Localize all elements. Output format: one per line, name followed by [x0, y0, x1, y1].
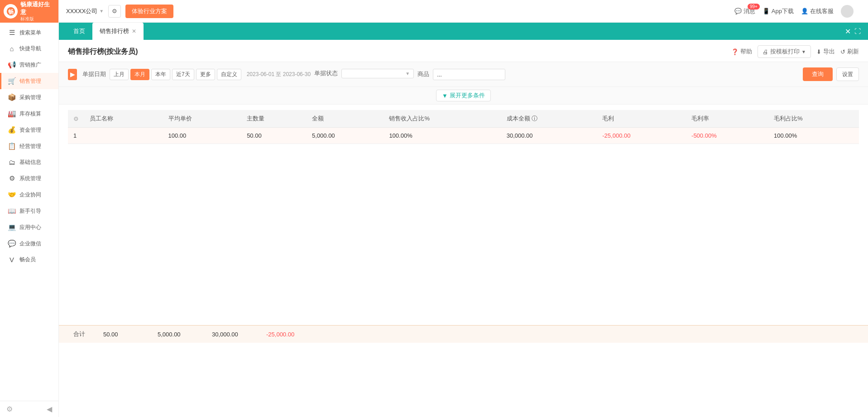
expand-label: 展开更多条件	[450, 91, 485, 100]
sidebar-icon: V	[8, 256, 16, 264]
sidebar-item-搜索菜单[interactable]: ☰搜索菜单	[0, 24, 58, 41]
tab-sales-ranking[interactable]: 销售排行榜 ✕	[92, 23, 144, 40]
footer-cost: 30,000.00	[212, 331, 248, 338]
gear-icon: ⚙	[112, 8, 117, 14]
date-btn-custom[interactable]: 自定义	[217, 69, 241, 80]
tab-bar: 首页 销售排行榜 ✕ ✕ ⛶	[59, 23, 868, 40]
table-row[interactable]: 1 100.00 50.00 5,000.00 100.00% 30,000.0…	[68, 128, 859, 144]
footer-qty: 50.00	[103, 331, 139, 338]
cell-qty: 50.00	[241, 128, 307, 144]
print-dropdown-icon: ▼	[801, 49, 806, 54]
tab-close-window-icon[interactable]: ✕	[845, 27, 851, 36]
expand-conditions-button[interactable]: ▼ 展开更多条件	[436, 90, 491, 101]
sidebar-item-新手引导[interactable]: 📖新手引导	[0, 203, 58, 219]
cell-avg-price: 100.00	[163, 128, 242, 144]
message-badge: 99+	[748, 4, 760, 10]
main-area: XXXXX公司 ▼ ⚙ 体验行业方案 💬 消息 99+ 📱 App下载 👤 在线…	[59, 0, 868, 417]
sidebar-logo: 畅 畅康通好生意 标准版	[0, 0, 58, 23]
col-sales-ratio: 销售收入占比%	[384, 110, 501, 128]
avatar[interactable]	[841, 5, 854, 18]
sidebar-bottom: ⚙ ◀	[0, 401, 58, 417]
sidebar-item-企业微信[interactable]: 💬企业微信	[0, 235, 58, 252]
date-btn-this-month[interactable]: 本月	[130, 69, 149, 80]
col-avg-price: 平均单价	[163, 110, 242, 128]
date-btn-this-year[interactable]: 本年	[151, 69, 170, 80]
sidebar-settings-icon[interactable]: ⚙	[6, 405, 13, 413]
sidebar-icon: 🏭	[8, 110, 16, 118]
goods-filter-group: 商品	[417, 69, 505, 80]
date-btn-more[interactable]: 更多	[196, 69, 215, 80]
filter-settings-button[interactable]: 设置	[836, 67, 859, 81]
sidebar-item-企业协同[interactable]: 🤝企业协同	[0, 187, 58, 203]
print-icon: 🖨	[762, 48, 768, 55]
service-label: 在线客服	[810, 7, 834, 15]
sidebar-icon: 📦	[8, 93, 16, 101]
col-amount: 全额	[307, 110, 384, 128]
cell-rank: 1	[68, 128, 84, 144]
experience-button[interactable]: 体验行业方案	[125, 5, 173, 18]
svg-text:畅: 畅	[8, 9, 14, 15]
table-container: ⚙ 员工名称 平均单价 主数量 全额 销售收入占比% 成本全额 ⓘ 毛利 毛利率…	[59, 110, 868, 144]
company-selector[interactable]: XXXXX公司 ▼	[66, 7, 104, 15]
refresh-button[interactable]: ↺ 刷新	[840, 48, 859, 56]
col-cost: 成本全额 ⓘ	[501, 110, 597, 128]
table-footer: 合计 50.00 5,000.00 30,000.00 -25,000.00	[59, 325, 868, 343]
tab-home[interactable]: 首页	[66, 23, 92, 40]
sidebar: 畅 畅康通好生意 标准版 ☰搜索菜单⌂快捷导航📢营销推广🛒销售管理📦采购管理🏭库…	[0, 0, 59, 417]
sidebar-item-销售管理[interactable]: 🛒销售管理	[0, 73, 58, 89]
table-header-row: ⚙ 员工名称 平均单价 主数量 全额 销售收入占比% 成本全额 ⓘ 毛利 毛利率…	[68, 110, 859, 128]
sidebar-collapse-icon[interactable]: ◀	[47, 405, 52, 413]
sidebar-item-畅会员[interactable]: V畅会员	[0, 252, 58, 268]
sidebar-icon: 🛒	[8, 77, 16, 85]
refresh-icon: ↺	[840, 48, 845, 55]
date-filter-group: 单据日期 上月 本月 本年 近7天 更多 自定义 2023-06-01 至 20…	[82, 69, 311, 80]
sidebar-item-采购管理[interactable]: 📦采购管理	[0, 89, 58, 105]
print-button[interactable]: 🖨 按模板打印 ▼	[758, 45, 811, 58]
sidebar-icon: 🗂	[8, 158, 16, 166]
company-name: XXXXX公司	[66, 7, 97, 15]
col-settings[interactable]: ⚙	[68, 110, 84, 128]
sidebar-item-系统管理[interactable]: ⚙系统管理	[0, 170, 58, 187]
online-service-button[interactable]: 👤 在线客服	[801, 7, 834, 15]
sidebar-icon: ⚙	[8, 174, 16, 182]
date-buttons: 上月 本月 本年 近7天 更多 自定义	[110, 69, 241, 80]
message-button[interactable]: 💬 消息 99+	[734, 7, 755, 15]
sidebar-item-基础信息[interactable]: 🗂基础信息	[0, 154, 58, 170]
date-btn-last-month[interactable]: 上月	[110, 69, 129, 80]
sidebar-item-经营管理[interactable]: 📋经营管理	[0, 138, 58, 154]
date-filter-label: 单据日期	[82, 70, 106, 78]
status-filter-group: 单据状态 ▼	[314, 69, 414, 78]
sidebar-item-资金管理[interactable]: 💰资金管理	[0, 122, 58, 138]
help-button[interactable]: ❓ 帮助	[731, 48, 752, 56]
sidebar-item-库存核算[interactable]: 🏭库存核算	[0, 105, 58, 122]
col-profit-ratio: 毛利占比%	[768, 110, 859, 128]
filter-bar: ▶ 单据日期 上月 本月 本年 近7天 更多 自定义 2023-06-01 至 …	[59, 62, 868, 87]
page-actions: ❓ 帮助 🖨 按模板打印 ▼ ⬇ 导出 ↺ 刷新	[731, 45, 859, 58]
sidebar-item-营销推广[interactable]: 📢营销推广	[0, 57, 58, 73]
date-btn-7days[interactable]: 近7天	[172, 69, 194, 80]
goods-input[interactable]	[433, 69, 505, 80]
cell-profit-rate: -500.00%	[686, 128, 768, 144]
tab-sales-ranking-label: 销售排行榜	[100, 27, 129, 35]
page: 销售排行榜(按业务员) ❓ 帮助 🖨 按模板打印 ▼ ⬇ 导出	[59, 40, 868, 417]
page-header: 销售排行榜(按业务员) ❓ 帮助 🖨 按模板打印 ▼ ⬇ 导出	[59, 40, 868, 62]
app-download-button[interactable]: 📱 App下载	[762, 7, 794, 15]
sidebar-icon: 💻	[8, 223, 16, 231]
status-select[interactable]: ▼	[341, 69, 414, 78]
status-filter-label: 单据状态	[314, 69, 338, 77]
service-icon: 👤	[801, 8, 808, 14]
sidebar-item-快捷导航[interactable]: ⌂快捷导航	[0, 41, 58, 57]
footer-label: 合计	[73, 330, 85, 338]
table-spacer	[59, 144, 868, 325]
sidebar-icon: ⌂	[8, 45, 16, 53]
topbar-settings-button[interactable]: ⚙	[108, 5, 121, 18]
col-profit-rate: 毛利率	[686, 110, 768, 128]
query-button[interactable]: 查询	[803, 67, 833, 81]
sidebar-item-应用中心[interactable]: 💻应用中心	[0, 219, 58, 235]
export-button[interactable]: ⬇ 导出	[816, 48, 835, 56]
sidebar-icon: 💬	[8, 240, 16, 248]
cell-profit-ratio: 100.00%	[768, 128, 859, 144]
tab-close-icon[interactable]: ✕	[132, 28, 136, 34]
tab-maximize-icon[interactable]: ⛶	[854, 28, 861, 35]
filter-collapse-button[interactable]: ▶	[68, 69, 77, 80]
